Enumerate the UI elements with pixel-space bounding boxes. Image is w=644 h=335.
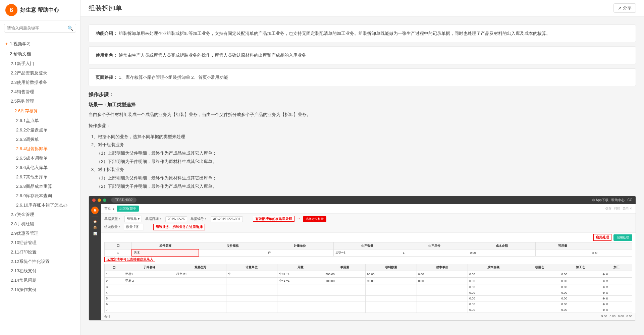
sidebar-item-videos[interactable]: + 1.视频学习 [0,39,80,49]
td-parent-prod-qty-1: 1只/-+1 [333,249,401,256]
sidebar-item-2-6-10[interactable]: 2.6.10库存账本错了怎么办 [0,201,80,210]
inner-divider [92,217,98,217]
td-checkbox-1: 1 [105,249,132,256]
sidebar-item-2-8[interactable]: 2.8手机旺辅 [0,219,80,229]
main-content: 组装拆卸单 ↗ 分享 功能介绍： 组装拆卸单用来处理企业组装或拆卸等加工业务，支… [80,0,644,335]
inner-nav-sep: ▸ [113,207,115,211]
td-child-usage-6 [277,301,324,307]
sidebar-item-2-6[interactable]: − 2.6库存核算 [0,106,80,116]
td-child-unit-3 [226,284,277,290]
inner-qty-value: 数量 1张 [124,224,144,230]
th-produce-qty: 生产数量 [333,242,401,249]
step3-sub1: （1）上部明细为父件明细，最终作为原材料生成其它出库单； [97,174,636,182]
td-child-camt-6: 0.00 [468,301,519,307]
td-child-usage-2: 个×1 +1 [277,278,324,284]
sidebar-item-2-2[interactable]: 2.2产品安装及登录 [0,68,80,78]
td-child-uusage-7 [324,307,366,313]
td-child-usage-5 [277,296,324,301]
sidebar-item-2-6-6[interactable]: 2.6.6其他入库单 [0,163,80,172]
sidebar-item-2-6-4[interactable]: 2.6.4组装拆卸单 [0,144,80,154]
td-child-name-7 [124,307,175,313]
td-child-num-6: 6 [105,301,124,307]
sidebar-item-2-10[interactable]: 2.10经营管理 [0,238,80,247]
td-child-spec-1: 橙色+红 [175,271,226,278]
sidebar-item-2-9[interactable]: 2.9优惠券管理 [0,229,80,238]
inner-child-table: ☐ 子件名称 规格型号 计量单位 用量 单用量 领料数量 成本单价 成本金额 [104,264,632,313]
td-child-cprice-2: 0.00 [417,278,468,284]
sidebar-item-2-6-7[interactable]: 2.6.7其他出库单 [0,172,80,182]
td-child-pickqty-3 [366,284,417,290]
td-child-camt-4: 0.00 [468,290,519,296]
inner-parent-table-header-row: ☐ 父件名称 父件规格 计量单位 生产数量 生产单价 成本金额 可用量 [105,242,632,249]
td-child-camt-7: 0.00 [468,307,519,313]
td-child-towh-4: 0.00 [560,290,601,296]
sidebar-item-2-6-9[interactable]: 2.6.9库存账本查询 [0,191,80,201]
td-child-name-4 [124,290,175,296]
inner-process-btn[interactable]: 启用处理 [613,234,632,241]
td-child-camt-3: 0.00 [468,284,519,290]
th-produce-price: 生产单价 [401,242,468,249]
th-parent-spec: 父件规格 [199,242,266,249]
sidebar-item-2-6-2[interactable]: 2.6.2分量盘点单 [0,125,80,135]
sidebar-item-2-5[interactable]: 2.5采购管理 [0,97,80,106]
inner-child-row-1: 1 甲材1 橙色+红 个 个×1 +1 300.00 90.00 0.00 0. [105,271,632,278]
search-input[interactable] [7,26,67,31]
sidebar-item-2-11[interactable]: 2.11打印设置 [0,247,80,257]
annotation1-arrow: → [297,216,301,221]
step2: 2、对于组装业务 [91,141,636,149]
close-dot [92,199,96,202]
app-chrome: TEST-H002 ⚙ App下载 帮助中心 CC [89,196,636,204]
td-child-pickqty-6 [366,301,417,307]
sidebar: 6 好生意 帮助中心 🔍 + 1.视频学习 − 2.帮助文档 2.1新手入门 2… [0,0,80,335]
sidebar-item-2-12[interactable]: 2.12系统个性化设置 [0,257,80,266]
inner-child-row-2: 2 甲材 2 个×1 +1 100.00 90.00 0.00 0.00 [105,278,632,284]
td-child-cprice-5 [417,296,468,301]
td-child-uusage-1: 300.00 [324,271,366,278]
td-child-fromwh-4 [519,290,560,296]
inner-date-label: 单据日期： [145,217,162,221]
share-button[interactable]: ↗ 分享 [613,3,636,13]
sidebar-item-2-6-5[interactable]: 2.6.5成本调整单 [0,154,80,163]
td-child-num-1: 1 [105,271,124,278]
sidebar-item-docs[interactable]: − 2.帮助文档 [0,49,80,59]
inner-sidebar: 6 🏠 📦 📊 [89,204,101,320]
td-child-pickqty-5 [366,296,417,301]
path-label: 页面路径： [96,75,117,80]
inner-parent-table-body: 1 关木 件 1只/-+1 1. 0.00 ⊕ ⊖ [105,249,632,256]
td-child-unit-1: 个 [226,271,277,278]
td-child-towh-2: 0.00 [560,278,601,284]
inner-logo: 6 [91,207,99,214]
td-child-uusage-2: 100.00 [324,278,366,284]
inner-child-header-row: ☐ 子件名称 规格型号 计量单位 用量 单用量 领料数量 成本单价 成本金额 [105,264,632,271]
sidebar-item-2-6-1[interactable]: 2.6.1盘点单 [0,116,80,125]
annotation4-text: 无固定清单可以直接在这里录入 [104,257,155,262]
td-child-spec-5 [175,296,226,301]
td-child-ops-7: ⊕ ⊖ [601,307,632,313]
sidebar-item-2-6-3[interactable]: 2.6.3调拨单 [0,135,80,144]
td-child-unit-5 [226,296,277,301]
inner-child-row-3: 3 0.00 [105,284,632,290]
td-parent-avail-1 [535,249,590,256]
sidebar-item-2-1[interactable]: 2.1新手入门 [0,59,80,68]
inner-confirm-btn[interactable]: 选择对应料量 [303,216,326,222]
sidebar-item-2-14[interactable]: 2.14常见问题 [0,276,80,285]
td-child-camt-1: 0.00 [468,271,519,278]
sidebar-item-2-3[interactable]: 2.3使用前数据准备 [0,78,80,87]
td-child-fromwh-5 [519,296,560,301]
td-child-unit-4 [226,290,277,296]
search-icon[interactable]: 🔍 [67,25,73,31]
sidebar-item-2-15[interactable]: 2.15操作案例 [0,285,80,294]
sidebar-item-2-6-8[interactable]: 2.6.8商品成本重算 [0,182,80,191]
td-child-num-3: 3 [105,284,124,290]
td-child-ops-2: ⊕ ⊖ [601,278,632,284]
sidebar-item-2-4[interactable]: 2.4销售管理 [0,87,80,97]
th-child-from-wh: 领用仓 [519,264,560,271]
th-ops [590,242,632,249]
sidebar-item-2-7[interactable]: 2.7资金管理 [0,210,80,219]
inner-date-value: 2019-12-26 [165,216,187,222]
top-bar: 组装拆卸单 ↗ 分享 [80,0,644,16]
scene-one-desc: 当由多个子件材料组装成一个成品的业务为【组装】业务，当由一个父件拆分成多个子产品… [89,111,636,119]
sidebar-item-2-13[interactable]: 2.13在线支付 [0,266,80,276]
step3-sub2: （2）下部明细为子件明细，最终作为产成品生成其它入库单。 [97,182,636,191]
td-child-num-4: 4 [105,290,124,296]
